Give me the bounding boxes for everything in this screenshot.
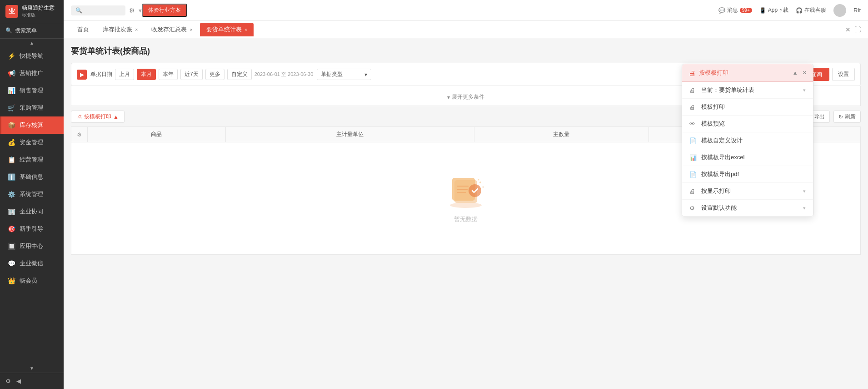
dropdown-template-print[interactable]: 🖨 模板打印	[682, 99, 813, 116]
sidebar-item-quick-nav[interactable]: ⚡ 快捷导航	[0, 47, 64, 65]
date-btn-custom[interactable]: 自定义	[227, 69, 252, 80]
set-default-label: 设置默认功能	[701, 204, 737, 212]
operation-icon: 📋	[7, 156, 16, 163]
window-maximize-btn[interactable]: ⛶	[854, 26, 861, 33]
topbar-dropdown-icon[interactable]: ▾	[139, 7, 142, 14]
message-btn[interactable]: 💬 消息 99+	[718, 6, 752, 14]
sidebar-item-label: 系统管理	[20, 190, 43, 198]
table-col-settings[interactable]: ⚙	[71, 127, 88, 142]
print-icon: 🖨	[77, 114, 82, 120]
tab-home[interactable]: 首页	[71, 23, 95, 36]
print-template-btn[interactable]: 🖨 按模板打印 ▲	[71, 111, 125, 123]
dropdown-template-export-excel[interactable]: 📊 按模板导出excel	[682, 149, 813, 166]
sidebar-item-basic[interactable]: ℹ️ 基础信息	[0, 168, 64, 186]
inventory-icon: 📦	[7, 121, 16, 129]
table-col-qty: 主数量	[474, 127, 649, 142]
print-template-label: 按模板打印	[84, 113, 111, 121]
home-tab-label: 首页	[77, 25, 89, 34]
topbar-search[interactable]: 🔍	[71, 5, 125, 15]
sidebar-item-label: 快捷导航	[20, 52, 43, 60]
sidebar-item-wechat[interactable]: 💬 企业微信	[0, 255, 64, 272]
app-sub: 标准版	[22, 12, 55, 18]
date-btn-cur-month[interactable]: 本月	[137, 69, 156, 80]
refresh-btn[interactable]: ↻ 刷新	[833, 111, 861, 123]
sidebar-settings-btn[interactable]: ⚙	[5, 378, 11, 384]
sidebar-item-label: 企业微信	[20, 259, 43, 268]
sidebar-item-app-center[interactable]: 🔲 应用中心	[0, 237, 64, 255]
sidebar-item-label: 企业协同	[20, 207, 43, 216]
svg-point-8	[483, 187, 484, 188]
sidebar-item-finance[interactable]: 💰 资金管理	[0, 134, 64, 151]
window-close-btn[interactable]: ✕	[845, 26, 851, 33]
sidebar-item-label: 资金管理	[20, 138, 43, 147]
print-dropdown-icon: ▲	[113, 114, 119, 120]
date-btn-cur-year[interactable]: 本年	[159, 69, 178, 80]
tab-receipt-summary[interactable]: 收发存汇总表 ×	[145, 23, 199, 36]
sidebar-scroll-up[interactable]: ▲	[0, 39, 64, 47]
guide-icon: 🎯	[7, 225, 16, 232]
settings-btn[interactable]: 设置	[832, 68, 855, 81]
page-title: 要货单统计表(按商品)	[71, 45, 861, 56]
sidebar-item-label: 畅会员	[20, 277, 37, 285]
receipt-summary-tab-close[interactable]: ×	[190, 27, 192, 32]
search-icon: 🔍	[5, 27, 12, 34]
app-download-label: App下载	[768, 6, 788, 14]
dropdown-set-default[interactable]: ⚙ 设置默认功能 ▾	[682, 200, 813, 217]
table-settings-icon[interactable]: ⚙	[77, 131, 82, 138]
date-btn-more[interactable]: 更多	[205, 69, 224, 80]
online-service-btn[interactable]: 🎧 在线客服	[796, 6, 826, 14]
dropdown-template-design[interactable]: 📄 模板自定义设计	[682, 132, 813, 149]
username: Rit	[853, 7, 861, 14]
sidebar-item-enterprise[interactable]: 🏢 企业协同	[0, 203, 64, 220]
template-design-icon: 📄	[689, 137, 697, 144]
date-btn-7days[interactable]: 近7天	[180, 69, 203, 80]
sidebar-search[interactable]: 🔍 搜索菜单	[0, 23, 64, 39]
user-avatar[interactable]	[833, 4, 846, 17]
sidebar-item-system[interactable]: ⚙️ 系统管理	[0, 186, 64, 203]
tabs-bar: 首页 库存批次账 × 收发存汇总表 × 要货单统计表 × ✕ ⛶	[64, 21, 868, 38]
order-type-label: 单据类型	[321, 71, 343, 78]
dropdown-template-preview[interactable]: 👁 模板预览	[682, 116, 813, 132]
sidebar-footer: ⚙ ◀	[0, 373, 64, 389]
tab-order-stats[interactable]: 要货单统计表 ×	[200, 23, 254, 36]
tab-batch-account[interactable]: 库存批次账 ×	[96, 23, 144, 36]
export-label: 导出	[814, 113, 825, 121]
sidebar-item-member[interactable]: 👑 畅会员	[0, 272, 64, 289]
sidebar-scroll-down[interactable]: ▼	[0, 364, 64, 373]
template-print-icon: 🖨	[689, 104, 697, 111]
svg-point-9	[478, 179, 479, 181]
topbar-right: 💬 消息 99+ 📱 App下载 🎧 在线客服 Rit	[718, 4, 861, 17]
svg-point-0	[450, 202, 482, 208]
sidebar-item-guide[interactable]: 🎯 新手引导	[0, 220, 64, 237]
table-col-unit: 主计量单位	[225, 127, 474, 142]
date-btn-prev-month[interactable]: 上月	[115, 69, 134, 80]
dropdown-display-print[interactable]: 🖨 按显示打印 ▾	[682, 183, 813, 200]
sidebar-item-marketing[interactable]: 📢 营销推广	[0, 65, 64, 82]
receipt-summary-tab-label: 收发存汇总表	[151, 25, 187, 34]
dropdown-collapse-icon[interactable]: ▲	[793, 70, 798, 76]
dropdown-template-export-pdf[interactable]: 📄 按模板导出pdf	[682, 166, 813, 183]
topbar-settings-icon[interactable]: ⚙	[129, 7, 135, 14]
toolbar-expand-btn[interactable]: ▶	[77, 70, 87, 80]
sidebar-item-inventory[interactable]: 📦 库存核算	[0, 116, 64, 134]
purchase-icon: 🛒	[7, 104, 16, 111]
online-service-label: 在线客服	[804, 6, 826, 14]
sidebar: 业 畅康通好生意 标准版 🔍 搜索菜单 ▲ ⚡ 快捷导航 📢 营销推广 📊 销售…	[0, 0, 64, 389]
online-service-icon: 🎧	[796, 7, 803, 14]
sidebar-item-sales[interactable]: 📊 销售管理	[0, 82, 64, 99]
dropdown-current-template[interactable]: 🖨 当前：要货单统计表 ▾	[682, 82, 813, 99]
app-download-btn[interactable]: 📱 App下载	[759, 6, 788, 14]
refresh-icon: ↻	[838, 114, 843, 120]
batch-account-tab-close[interactable]: ×	[135, 27, 138, 32]
order-stats-tab-close[interactable]: ×	[244, 27, 247, 32]
sidebar-search-label: 搜索菜单	[15, 27, 37, 35]
sidebar-sound-btn[interactable]: ◀	[16, 378, 21, 384]
template-design-label: 模板自定义设计	[701, 136, 743, 145]
trial-btn[interactable]: 体验行业方案	[142, 4, 187, 17]
sidebar-item-operation[interactable]: 📋 经营管理	[0, 151, 64, 168]
dropdown-close-btn[interactable]: ×	[803, 69, 807, 77]
sidebar-item-purchase[interactable]: 🛒 采购管理	[0, 99, 64, 116]
order-type-filter[interactable]: 单据类型 ▾	[317, 69, 371, 80]
app-logo-icon: 业	[5, 5, 18, 18]
expand-more-icon: ▾	[447, 94, 450, 101]
